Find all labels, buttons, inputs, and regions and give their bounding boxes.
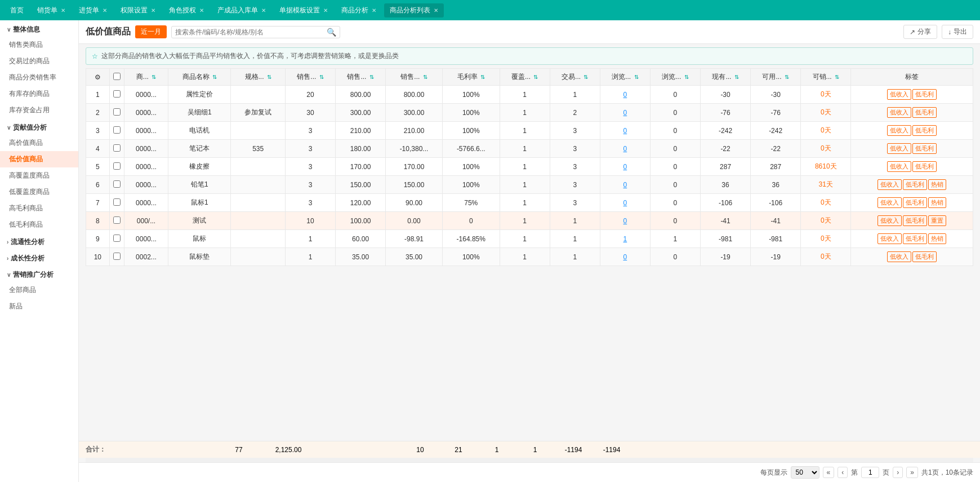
sidebar-item-low-coverage[interactable]: 低覆盖度商品: [0, 184, 78, 200]
export-button[interactable]: ↓ 导出: [942, 25, 973, 39]
cell-browse1[interactable]: 0: [600, 194, 650, 212]
cell-checkbox[interactable]: [109, 248, 124, 266]
col-available[interactable]: 可用... ⇅: [751, 69, 801, 86]
nav-roles-close[interactable]: ✕: [199, 7, 204, 14]
search-input[interactable]: [175, 28, 327, 36]
nav-analysis-list-close[interactable]: ✕: [434, 7, 438, 14]
cell-checkbox[interactable]: [109, 176, 124, 194]
cell-checkbox[interactable]: [109, 158, 124, 176]
sidebar-item-low-value[interactable]: 低价值商品: [0, 151, 78, 167]
cell-browse1[interactable]: 1: [600, 230, 650, 248]
browse1-link[interactable]: 0: [623, 163, 627, 171]
row-checkbox[interactable]: [113, 198, 121, 206]
search-icon[interactable]: 🔍: [327, 28, 336, 37]
col-margin[interactable]: 毛利率 ⇅: [442, 69, 500, 86]
select-all-checkbox[interactable]: [113, 73, 121, 80]
nav-analysis-close[interactable]: ✕: [372, 7, 376, 14]
cell-checkbox[interactable]: [109, 140, 124, 158]
cell-browse1[interactable]: 0: [600, 86, 650, 104]
col-salable[interactable]: 可销... ⇅: [801, 69, 851, 86]
last-page-button[interactable]: »: [906, 467, 918, 478]
browse1-link[interactable]: 0: [623, 91, 627, 99]
horizontal-scrollbar[interactable]: [86, 458, 973, 462]
col-coverage[interactable]: 覆盖... ⇅: [500, 69, 550, 86]
col-checkbox[interactable]: [109, 69, 124, 86]
sidebar-item-new-products[interactable]: 新品: [0, 298, 78, 315]
sidebar-item-low-margin[interactable]: 低毛利商品: [0, 216, 78, 233]
nav-production[interactable]: 产成品入库单 ✕: [212, 3, 271, 17]
cell-browse1[interactable]: 0: [600, 122, 650, 140]
col-name[interactable]: 商品名称 ⇅: [168, 69, 231, 86]
prev-page-button[interactable]: ‹: [838, 467, 848, 478]
col-settings[interactable]: ⚙: [86, 69, 110, 86]
cell-checkbox[interactable]: [109, 104, 124, 122]
nav-production-close[interactable]: ✕: [261, 7, 266, 14]
sidebar-item-high-value[interactable]: 高价值商品: [0, 135, 78, 151]
cell-browse1[interactable]: 0: [600, 158, 650, 176]
sidebar-group-overall[interactable]: ∨ 整体信息: [0, 20, 78, 37]
share-button[interactable]: ↗ 分享: [903, 25, 937, 39]
browse1-link[interactable]: 0: [623, 217, 627, 225]
row-checkbox[interactable]: [113, 90, 121, 98]
col-sale-qty[interactable]: 销售... ⇅: [285, 69, 335, 86]
col-sale-amount[interactable]: 销售... ⇅: [386, 69, 443, 86]
row-checkbox[interactable]: [113, 216, 121, 224]
sidebar-item-stock-fund[interactable]: 库存资金占用: [0, 102, 78, 118]
row-checkbox[interactable]: [113, 108, 121, 116]
col-trade[interactable]: 交易... ⇅: [550, 69, 600, 86]
first-page-button[interactable]: «: [823, 467, 835, 478]
browse1-link[interactable]: 0: [623, 109, 627, 117]
sidebar-group-liquidity[interactable]: › 流通性分析: [0, 233, 78, 249]
cell-browse1[interactable]: 0: [600, 140, 650, 158]
row-checkbox[interactable]: [113, 180, 121, 188]
sidebar-group-growth[interactable]: › 成长性分析: [0, 249, 78, 266]
sidebar-item-high-margin[interactable]: 高毛利商品: [0, 200, 78, 216]
cell-browse1[interactable]: 0: [600, 212, 650, 230]
cell-browse1[interactable]: 0: [600, 176, 650, 194]
cell-checkbox[interactable]: [109, 212, 124, 230]
browse1-link[interactable]: 0: [623, 199, 627, 207]
nav-permissions-close[interactable]: ✕: [151, 7, 155, 14]
row-checkbox[interactable]: [113, 253, 121, 260]
sidebar-item-category-rate[interactable]: 商品分类销售率: [0, 69, 78, 86]
row-checkbox[interactable]: [113, 235, 121, 242]
sidebar-group-marketing[interactable]: ∨ 营销推广分析: [0, 266, 78, 282]
cell-browse1[interactable]: 0: [600, 248, 650, 266]
browse1-link[interactable]: 1: [623, 235, 627, 243]
sidebar-item-sales-products[interactable]: 销售类商品: [0, 37, 78, 53]
nav-permissions[interactable]: 权限设置 ✕: [115, 3, 161, 17]
sidebar-item-traded[interactable]: 交易过的商品: [0, 53, 78, 69]
col-spec[interactable]: 规格... ⇅: [231, 69, 285, 86]
col-browse1[interactable]: 浏览... ⇅: [600, 69, 650, 86]
col-current[interactable]: 现有... ⇅: [701, 69, 751, 86]
cell-checkbox[interactable]: [109, 122, 124, 140]
nav-purchase-close[interactable]: ✕: [103, 7, 107, 14]
cell-checkbox[interactable]: [109, 86, 124, 104]
browse1-link[interactable]: 0: [623, 145, 627, 153]
nav-sales[interactable]: 销货单 ✕: [32, 3, 71, 17]
row-checkbox[interactable]: [113, 144, 121, 152]
sidebar-item-with-stock[interactable]: 有库存的商品: [0, 86, 78, 102]
nav-template[interactable]: 单据模板设置 ✕: [274, 3, 333, 17]
page-size-select[interactable]: 50 100 200: [791, 466, 819, 479]
sidebar-item-all-products[interactable]: 全部商品: [0, 282, 78, 298]
col-browse2[interactable]: 浏览... ⇅: [650, 69, 700, 86]
browse1-link[interactable]: 0: [623, 127, 627, 135]
page-number-input[interactable]: [861, 467, 879, 478]
browse1-link[interactable]: 0: [623, 253, 627, 261]
nav-roles[interactable]: 角色授权 ✕: [163, 3, 210, 17]
nav-purchase[interactable]: 进货单 ✕: [73, 3, 113, 17]
nav-analysis-list[interactable]: 商品分析列表 ✕: [384, 3, 444, 17]
col-tags[interactable]: 标签: [851, 69, 973, 86]
cell-browse1[interactable]: 0: [600, 104, 650, 122]
sidebar-group-contribution[interactable]: ∨ 贡献值分析: [0, 118, 78, 135]
col-code[interactable]: 商... ⇅: [124, 69, 168, 86]
cell-checkbox[interactable]: [109, 230, 124, 248]
row-checkbox[interactable]: [113, 126, 121, 134]
sidebar-item-high-coverage[interactable]: 高覆盖度商品: [0, 167, 78, 184]
nav-home[interactable]: 首页: [5, 3, 29, 17]
cell-checkbox[interactable]: [109, 194, 124, 212]
next-page-button[interactable]: ›: [893, 467, 903, 478]
filter-button[interactable]: 近一月: [135, 25, 167, 38]
col-sale-price[interactable]: 销售... ⇅: [336, 69, 386, 86]
